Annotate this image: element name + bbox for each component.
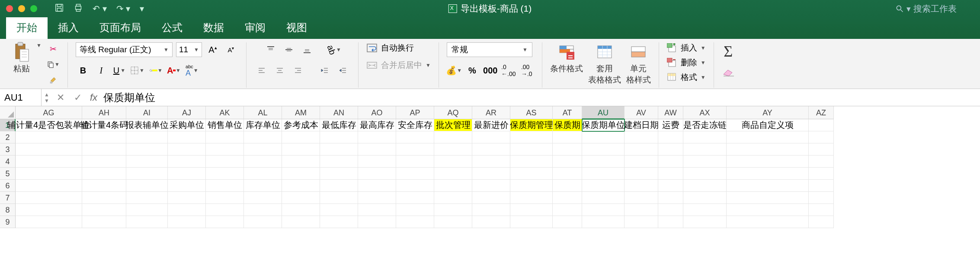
cell-AM3[interactable] bbox=[282, 143, 320, 156]
font-color-button[interactable]: A ▼ bbox=[167, 63, 181, 78]
cell-AO4[interactable] bbox=[358, 156, 396, 168]
cell-AU4[interactable] bbox=[582, 156, 625, 168]
cell-AT8[interactable] bbox=[553, 204, 582, 216]
col-header-AG[interactable]: AG bbox=[16, 106, 82, 119]
italic-button[interactable]: I bbox=[94, 63, 109, 78]
borders-button[interactable]: ▼ bbox=[130, 63, 145, 78]
cell-AI5[interactable] bbox=[126, 168, 168, 180]
cell-AT5[interactable] bbox=[553, 168, 582, 180]
conditional-format-button[interactable]: 条件格式 bbox=[550, 42, 583, 74]
col-header-AR[interactable]: AR bbox=[472, 106, 510, 119]
tab-page-layout[interactable]: 页面布局 bbox=[89, 16, 151, 39]
name-box[interactable]: AU1 bbox=[0, 89, 42, 106]
cell-AN4[interactable] bbox=[320, 156, 358, 168]
cell-AO9[interactable] bbox=[358, 216, 396, 228]
cell-AP4[interactable] bbox=[396, 156, 434, 168]
cell-AO1[interactable]: 最高库存 bbox=[358, 119, 396, 131]
merge-center-button[interactable]: 合并后居中 ▼ bbox=[366, 60, 431, 71]
cell-AQ2[interactable] bbox=[434, 131, 472, 143]
underline-button[interactable]: U▼ bbox=[112, 63, 127, 78]
cell-AK1[interactable]: 销售单位 bbox=[206, 119, 244, 131]
fill-color-button[interactable]: ▼ bbox=[148, 63, 163, 78]
cell-AK8[interactable] bbox=[206, 204, 244, 216]
cell-AH8[interactable] bbox=[82, 204, 126, 216]
cell-AP1[interactable]: 安全库存 bbox=[396, 119, 434, 131]
cell-AL1[interactable]: 库存单位 bbox=[244, 119, 282, 131]
bold-button[interactable]: B bbox=[76, 63, 90, 78]
cell-AT4[interactable] bbox=[553, 156, 582, 168]
cell-AV2[interactable] bbox=[625, 131, 658, 143]
row-header-4[interactable]: 4 bbox=[0, 156, 16, 168]
align-left-button[interactable] bbox=[254, 63, 269, 78]
row-header-8[interactable]: 8 bbox=[0, 204, 16, 216]
cell-AR5[interactable] bbox=[472, 168, 510, 180]
row-header-6[interactable]: 6 bbox=[0, 180, 16, 192]
cell-AI3[interactable] bbox=[126, 143, 168, 156]
tab-formulas[interactable]: 公式 bbox=[151, 16, 193, 39]
font-size-select[interactable]: 11▼ bbox=[176, 42, 202, 57]
cell-AQ3[interactable] bbox=[434, 143, 472, 156]
autosum-button[interactable]: Σ bbox=[724, 42, 733, 60]
cell-AW5[interactable] bbox=[658, 168, 683, 180]
cell-AX9[interactable] bbox=[683, 216, 727, 228]
cell-AY5[interactable] bbox=[727, 168, 809, 180]
close-window-button[interactable] bbox=[6, 5, 13, 12]
cell-AX3[interactable] bbox=[683, 143, 727, 156]
cell-AZ6[interactable] bbox=[809, 180, 834, 192]
cell-AM8[interactable] bbox=[282, 204, 320, 216]
cell-AH4[interactable] bbox=[82, 156, 126, 168]
cell-AW4[interactable] bbox=[658, 156, 683, 168]
spreadsheet-grid[interactable]: AGAHAIAJAKALAMANAOAPAQARASATAUAVAWAXAYAZ… bbox=[0, 106, 980, 228]
search-box[interactable]: ▾ bbox=[895, 4, 974, 14]
cell-AG2[interactable] bbox=[16, 131, 82, 143]
cell-AV7[interactable] bbox=[625, 192, 658, 204]
tab-review[interactable]: 审阅 bbox=[234, 16, 276, 39]
search-input[interactable] bbox=[913, 4, 974, 14]
cell-AZ1[interactable] bbox=[809, 119, 834, 131]
cell-AL9[interactable] bbox=[244, 216, 282, 228]
cell-AQ8[interactable] bbox=[434, 204, 472, 216]
cell-AY4[interactable] bbox=[727, 156, 809, 168]
insert-cells-button[interactable]: 插入▼ bbox=[667, 42, 706, 54]
cell-AS3[interactable] bbox=[510, 143, 553, 156]
cell-AS7[interactable] bbox=[510, 192, 553, 204]
col-header-AO[interactable]: AO bbox=[358, 106, 396, 119]
cell-AS6[interactable] bbox=[510, 180, 553, 192]
cell-AU7[interactable] bbox=[582, 192, 625, 204]
cell-AG1[interactable]: 辅计量4是否包装单位 bbox=[16, 119, 82, 131]
cell-AT9[interactable] bbox=[553, 216, 582, 228]
cell-AT2[interactable] bbox=[553, 131, 582, 143]
cell-AZ5[interactable] bbox=[809, 168, 834, 180]
increase-decimal-button[interactable]: .0←.00 bbox=[501, 63, 516, 78]
row-header-9[interactable]: 9 bbox=[0, 216, 16, 228]
redo-icon[interactable]: ↷ ▾ bbox=[116, 3, 131, 14]
cell-AK3[interactable] bbox=[206, 143, 244, 156]
tab-data[interactable]: 数据 bbox=[193, 16, 234, 39]
cell-AL2[interactable] bbox=[244, 131, 282, 143]
cell-AK6[interactable] bbox=[206, 180, 244, 192]
cell-AO6[interactable] bbox=[358, 180, 396, 192]
cell-AJ7[interactable] bbox=[168, 192, 206, 204]
number-format-select[interactable]: 常规▼ bbox=[447, 42, 532, 57]
cell-AG5[interactable] bbox=[16, 168, 82, 180]
cell-AY9[interactable] bbox=[727, 216, 809, 228]
cell-AW6[interactable] bbox=[658, 180, 683, 192]
tab-view[interactable]: 视图 bbox=[276, 16, 317, 39]
cell-AH1[interactable]: 辅计量4条码 bbox=[82, 119, 126, 131]
cell-AI9[interactable] bbox=[126, 216, 168, 228]
align-center-button[interactable] bbox=[272, 63, 287, 78]
cell-AZ2[interactable] bbox=[809, 131, 834, 143]
col-header-AU[interactable]: AU bbox=[582, 106, 625, 119]
paste-dropdown[interactable]: ▼ bbox=[36, 42, 42, 48]
cell-AM5[interactable] bbox=[282, 168, 320, 180]
cell-AZ9[interactable] bbox=[809, 216, 834, 228]
orientation-button[interactable]: ab▼ bbox=[327, 42, 341, 57]
format-cells-button[interactable]: 格式▼ bbox=[667, 72, 706, 83]
fx-icon[interactable]: fx bbox=[90, 92, 97, 103]
cell-AL6[interactable] bbox=[244, 180, 282, 192]
eraser-icon[interactable] bbox=[722, 67, 735, 79]
cell-AI6[interactable] bbox=[126, 180, 168, 192]
cell-AJ2[interactable] bbox=[168, 131, 206, 143]
cell-AQ4[interactable] bbox=[434, 156, 472, 168]
cell-AM9[interactable] bbox=[282, 216, 320, 228]
